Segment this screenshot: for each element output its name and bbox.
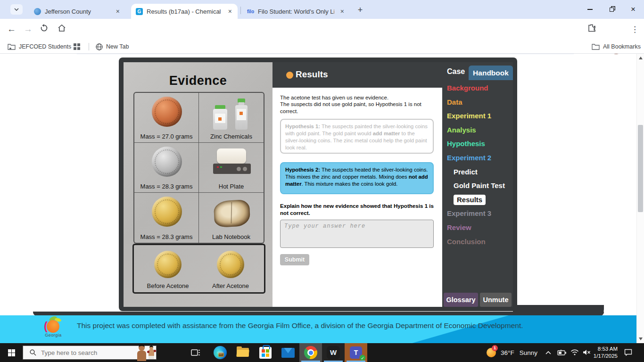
answer-textarea[interactable] bbox=[280, 220, 434, 248]
tab-title: Filo Student: World's Only Live bbox=[258, 8, 334, 15]
results-title: Results bbox=[296, 69, 328, 80]
bookmarks-divider bbox=[89, 43, 89, 50]
scrollbar-thumb[interactable] bbox=[638, 125, 643, 212]
hypothesis-2-box: Hypothesis 2: The suspects heated the si… bbox=[280, 162, 434, 194]
filo-favicon: filo bbox=[247, 9, 254, 14]
nav-item-experiment-1[interactable]: Experiment 1 bbox=[442, 109, 513, 123]
tab-title: Results (b17aa) - Chemical and bbox=[147, 8, 222, 15]
results-header: Results bbox=[272, 62, 442, 88]
evidence-cell-hot-plate[interactable]: Hot Plate bbox=[199, 143, 264, 193]
chrome-icon[interactable] bbox=[299, 343, 322, 362]
nav-item-predict[interactable]: Predict bbox=[442, 165, 513, 179]
start-button[interactable] bbox=[0, 343, 23, 362]
bookmark-new-tab[interactable]: New Tab bbox=[96, 40, 129, 54]
screen: Jefferson County × G Results (b17aa) - C… bbox=[0, 0, 644, 362]
extensions-icon[interactable] bbox=[587, 24, 596, 35]
all-bookmarks[interactable]: All Bookmarks bbox=[592, 40, 641, 54]
nav-item-conclusion[interactable]: Conclusion bbox=[442, 235, 513, 249]
wifi-icon[interactable] bbox=[570, 349, 579, 357]
close-icon[interactable]: × bbox=[227, 8, 233, 15]
scroll-up-icon[interactable] bbox=[639, 57, 643, 59]
nav-item-results-selected[interactable]: Results bbox=[442, 193, 513, 207]
nav-item-analysis[interactable]: Analysis bbox=[442, 123, 513, 137]
tab-separator bbox=[240, 7, 241, 14]
windows-logo-icon bbox=[8, 349, 15, 356]
browser-titlebar: Jefferson County × G Results (b17aa) - C… bbox=[0, 0, 644, 19]
lab-notebook-image bbox=[214, 199, 251, 228]
close-window-button[interactable]: × bbox=[626, 4, 640, 15]
before-acetone-coin-image bbox=[154, 251, 182, 278]
close-icon[interactable]: × bbox=[115, 8, 121, 15]
folder-icon bbox=[592, 43, 600, 50]
bookmarks-bar: JEFCOED Students New Tab All Bookmarks bbox=[0, 40, 644, 54]
tab-gizmo-results[interactable]: G Results (b17aa) - Chemical and × bbox=[131, 4, 238, 19]
teams-status-check-icon: ✓ bbox=[359, 354, 366, 361]
bookmark-folder-jefcoed[interactable]: JEFCOED Students bbox=[8, 40, 71, 54]
folder-gear-icon bbox=[8, 43, 16, 50]
forward-icon[interactable]: → bbox=[24, 24, 33, 34]
nav-item-hypothesis[interactable]: Hypothesis bbox=[442, 137, 513, 151]
mail-icon[interactable] bbox=[277, 343, 299, 362]
tab-jefferson-county[interactable]: Jefferson County × bbox=[29, 4, 125, 19]
tab-filo-student[interactable]: filo Filo Student: World's Only Live × bbox=[242, 4, 350, 19]
evidence-highlight-row[interactable]: Before Acetone After Acetone bbox=[132, 244, 265, 294]
tray-chevron-up-icon[interactable] bbox=[545, 349, 552, 357]
tab-title: Jefferson County bbox=[45, 8, 91, 15]
glossary-button[interactable]: Glossary bbox=[444, 293, 478, 307]
jefferson-county-favicon bbox=[34, 8, 41, 15]
evidence-cell-zinc-chemicals[interactable]: Zinc Chemicals bbox=[199, 93, 264, 143]
evidence-cell-gold-coin[interactable]: Mass = 28.3 grams bbox=[134, 193, 199, 243]
evidence-panel: Evidence Mass = 27.0 grams Zinc Chemical… bbox=[124, 62, 272, 307]
microsoft-store-icon[interactable] bbox=[254, 343, 277, 362]
gizmo-stage-bottom-right bbox=[513, 305, 604, 316]
webex-icon[interactable]: W bbox=[322, 343, 345, 362]
task-view-icon[interactable] bbox=[184, 343, 207, 362]
scroll-down-icon[interactable] bbox=[639, 337, 643, 340]
weather-text[interactable]: 36°FSunny bbox=[501, 343, 537, 362]
apps-grid-icon[interactable] bbox=[74, 40, 80, 54]
orange-bullet-icon bbox=[286, 72, 293, 79]
silver-coin-image bbox=[152, 147, 182, 177]
file-explorer-icon[interactable] bbox=[231, 343, 254, 362]
nav-item-background[interactable]: Background bbox=[442, 81, 513, 95]
reload-icon[interactable] bbox=[40, 24, 48, 34]
nav-item-experiment-3[interactable]: Experiment 3 bbox=[442, 206, 513, 221]
after-acetone-coin-image bbox=[217, 251, 244, 278]
nav-item-gold-paint-test[interactable]: Gold Paint Test bbox=[442, 179, 513, 193]
nav-item-review[interactable]: Review bbox=[442, 221, 513, 235]
taskbar: W T✓ 1 36°FSunny 8:53 AM 1/17/2025 bbox=[0, 343, 644, 362]
close-icon[interactable]: × bbox=[339, 8, 345, 15]
search-input[interactable] bbox=[41, 349, 131, 356]
globe-icon bbox=[96, 43, 103, 50]
hypothesis-1-box: Hypothesis 1: The suspects painted the s… bbox=[280, 119, 434, 154]
nav-item-data[interactable]: Data bbox=[442, 95, 513, 109]
teams-icon[interactable]: T✓ bbox=[345, 343, 367, 362]
restore-button[interactable] bbox=[604, 4, 619, 15]
evidence-cell-silver-coin[interactable]: Mass = 28.3 grams bbox=[134, 143, 199, 193]
evidence-title: Evidence bbox=[124, 74, 272, 88]
evidence-cell-copper-coin[interactable]: Mass = 27.0 grams bbox=[134, 93, 199, 143]
gizmos-favicon: G bbox=[136, 8, 143, 15]
edge-icon[interactable] bbox=[209, 343, 231, 362]
minimize-button[interactable] bbox=[583, 4, 597, 15]
battery-icon[interactable] bbox=[557, 349, 567, 357]
back-icon[interactable]: ← bbox=[7, 24, 16, 34]
clock[interactable]: 8:53 AM 1/17/2025 bbox=[586, 346, 618, 360]
new-tab-button[interactable]: + bbox=[355, 5, 366, 16]
nav-item-experiment-2[interactable]: Experiment 2 bbox=[442, 151, 513, 165]
submit-button[interactable]: Submit bbox=[280, 254, 309, 265]
tab-list-chevron-icon[interactable] bbox=[10, 4, 23, 15]
home-icon[interactable] bbox=[58, 24, 66, 34]
results-panel: Results The acetone test has given us ne… bbox=[272, 62, 442, 307]
tab-case[interactable]: Case bbox=[447, 67, 465, 76]
menu-icon[interactable]: ⋮ bbox=[631, 25, 639, 34]
credit-text: This project was completed with assistan… bbox=[77, 321, 523, 330]
unmute-button[interactable]: Unmute bbox=[480, 293, 512, 307]
footer-band: ( Georgia This project was completed wit… bbox=[0, 315, 644, 343]
results-intro: The acetone test has given us new eviden… bbox=[280, 94, 427, 115]
action-center-icon[interactable] bbox=[624, 349, 632, 358]
boxer-image bbox=[137, 343, 157, 361]
tab-handbook[interactable]: Handbook bbox=[469, 66, 513, 80]
scrollbar[interactable] bbox=[636, 54, 644, 343]
evidence-cell-lab-notebook[interactable]: Lab Notebook bbox=[199, 193, 264, 243]
